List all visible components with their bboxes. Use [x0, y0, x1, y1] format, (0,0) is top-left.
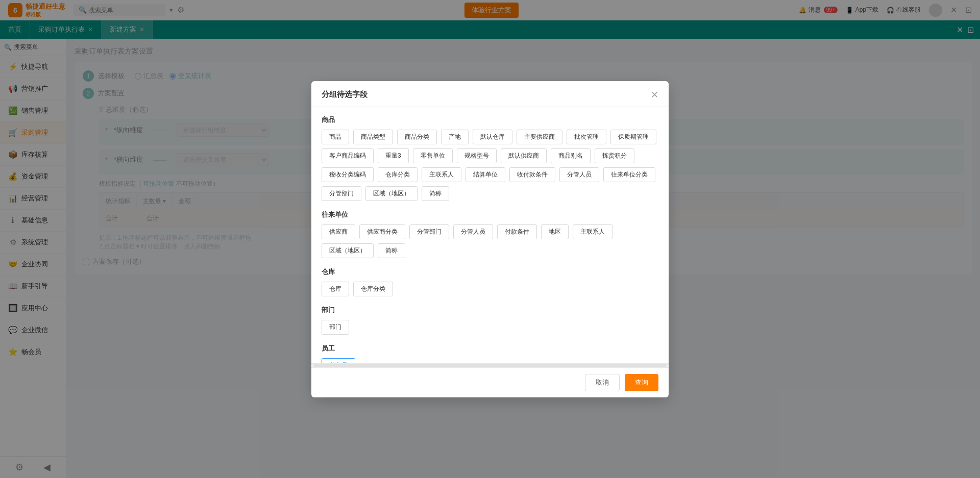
section-department-fields: 部门	[322, 320, 658, 335]
field-tag[interactable]: 商品别名	[551, 148, 591, 163]
field-tag[interactable]: 零售单位	[413, 148, 453, 163]
section-goods: 商品 商品 商品类型 商品分类 产地 默认仓库 主要供应商 批次管理 保质期管理…	[322, 115, 658, 201]
cancel-button[interactable]: 取消	[585, 374, 620, 391]
field-tag[interactable]: 区域（地区）	[365, 186, 418, 201]
field-tag[interactable]: 结算单位	[465, 167, 505, 182]
field-tag[interactable]: 分管人员	[453, 224, 493, 239]
field-tag[interactable]: 部门	[322, 320, 349, 335]
section-partner: 往来单位 供应商 供应商分类 分管部门 分管人员 付款条件 地区 主联系人 区域…	[322, 210, 658, 258]
modal-title: 分组待选字段	[322, 90, 368, 99]
section-partner-title: 往来单位	[322, 210, 658, 219]
field-tag[interactable]: 批次管理	[567, 130, 606, 144]
field-tag[interactable]: 拣货积分	[595, 148, 634, 163]
field-tag[interactable]: 供应商	[322, 224, 355, 239]
field-tag[interactable]: 仓库分类	[378, 167, 418, 182]
field-tag[interactable]: 重量3	[378, 148, 409, 163]
modal-scroll-track	[313, 364, 667, 367]
field-tag[interactable]: 收付款条件	[509, 167, 555, 182]
field-tag[interactable]: 保质期管理	[610, 130, 656, 144]
field-tag[interactable]: 主联系人	[422, 167, 461, 182]
field-tag[interactable]: 简称	[378, 243, 405, 258]
section-goods-title: 商品	[322, 115, 658, 124]
field-tag[interactable]: 仓库	[322, 282, 349, 296]
field-tag[interactable]: 产地	[441, 130, 469, 144]
field-tag[interactable]: 地区	[541, 224, 569, 239]
field-tag[interactable]: 区域（地区）	[322, 243, 374, 258]
field-tag[interactable]: 简称	[422, 186, 449, 201]
modal-header: 分组待选字段 ✕	[311, 81, 669, 107]
section-partner-fields: 供应商 供应商分类 分管部门 分管人员 付款条件 地区 主联系人 区域（地区） …	[322, 224, 658, 258]
field-tag[interactable]: 分管人员	[559, 167, 599, 182]
modal-footer: 取消 查询	[311, 367, 669, 397]
modal-close-button[interactable]: ✕	[651, 89, 658, 100]
field-tag[interactable]: 商品类型	[353, 130, 393, 144]
modal-body: 商品 商品 商品类型 商品分类 产地 默认仓库 主要供应商 批次管理 保质期管理…	[311, 107, 669, 363]
section-employee-fields: 业务员	[322, 358, 658, 363]
field-tag[interactable]: 供应商分类	[359, 224, 405, 239]
section-warehouse-title: 仓库	[322, 267, 658, 276]
field-tag[interactable]: 主要供应商	[517, 130, 562, 144]
section-department-title: 部门	[322, 306, 658, 315]
field-tag[interactable]: 往来单位分类	[603, 167, 655, 182]
field-tag[interactable]: 仓库分类	[353, 282, 393, 296]
section-warehouse: 仓库 仓库 仓库分类	[322, 267, 658, 296]
section-warehouse-fields: 仓库 仓库分类	[322, 282, 658, 296]
field-tag[interactable]: 税收分类编码	[322, 167, 374, 182]
section-department: 部门 部门	[322, 306, 658, 335]
section-goods-fields: 商品 商品类型 商品分类 产地 默认仓库 主要供应商 批次管理 保质期管理 客户…	[322, 130, 658, 201]
confirm-button[interactable]: 查询	[625, 374, 658, 391]
field-tag[interactable]: 客户商品编码	[322, 148, 374, 163]
field-tag[interactable]: 业务员	[322, 358, 355, 363]
field-tag[interactable]: 付款条件	[497, 224, 537, 239]
field-tag[interactable]: 默认仓库	[473, 130, 512, 144]
field-tag[interactable]: 分管部门	[322, 186, 361, 201]
field-tag[interactable]: 主联系人	[573, 224, 612, 239]
field-tag[interactable]: 规格型号	[457, 148, 497, 163]
field-tag[interactable]: 商品	[322, 130, 349, 144]
modal-horizontal-scrollbar[interactable]	[311, 363, 669, 367]
field-tag[interactable]: 分管部门	[409, 224, 449, 239]
section-employee-title: 员工	[322, 344, 658, 353]
field-tag[interactable]: 默认供应商	[501, 148, 547, 163]
modal: 分组待选字段 ✕ 商品 商品 商品类型 商品分类 产地 默认仓库 主要供应商 批…	[311, 81, 669, 397]
modal-overlay: 分组待选字段 ✕ 商品 商品 商品类型 商品分类 产地 默认仓库 主要供应商 批…	[0, 0, 980, 478]
field-tag[interactable]: 商品分类	[397, 130, 437, 144]
section-employee: 员工 业务员	[322, 344, 658, 363]
